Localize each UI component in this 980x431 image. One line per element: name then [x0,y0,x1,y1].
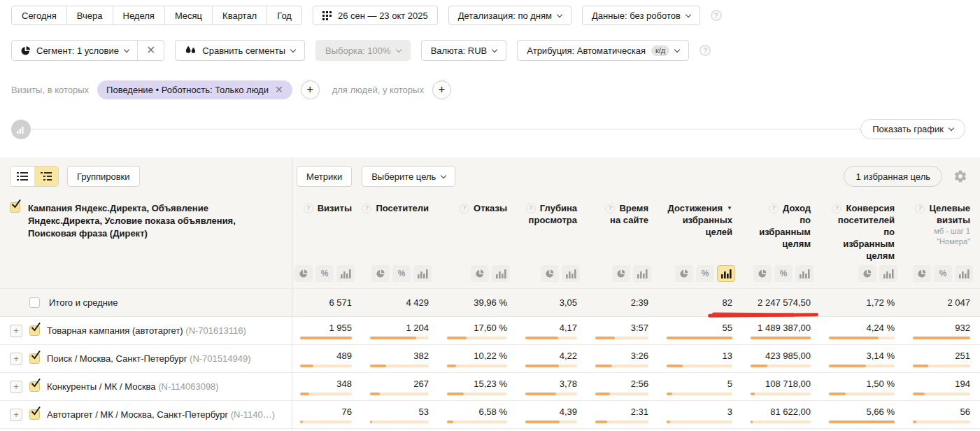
column-header[interactable]: ?Посетители [362,197,439,265]
pie-chart-toggle[interactable] [371,265,390,282]
metric-cell: 489 [292,345,362,372]
pie-chart-toggle[interactable] [675,265,693,282]
pie-chart-toggle[interactable] [753,265,772,282]
expand-row-button[interactable]: + [10,353,22,365]
help-icon[interactable]: ? [915,204,925,213]
column-header[interactable]: ?Целевыевизитымб - шаг 1"Номера" [904,197,980,265]
compare-segments-dropdown[interactable]: Сравнить сегменты [175,40,305,61]
metric-cell: 2:56 [587,373,658,400]
percent-toggle[interactable]: % [934,265,952,282]
metrics-button[interactable]: Метрики [297,166,352,187]
pie-chart-toggle[interactable] [471,265,489,282]
percent-toggle[interactable]: % [774,265,793,282]
expand-row-button[interactable]: + [10,325,22,337]
bar-chart-toggle[interactable] [562,265,580,282]
column-title-text: избранных [683,214,732,226]
detail-dropdown[interactable]: Детализация: по дням [448,6,571,25]
metric-value: 76 [342,407,352,417]
bar-chart-toggle[interactable] [336,265,355,282]
currency-dropdown[interactable]: Валюта: RUB [421,40,507,61]
pie-chart-toggle[interactable] [858,265,876,282]
percent-toggle[interactable]: % [392,265,411,282]
row-checkbox[interactable] [29,325,40,336]
row-checkbox[interactable] [29,353,40,364]
tree-view-button[interactable] [34,167,58,186]
help-icon[interactable]: ? [832,204,841,213]
gear-icon[interactable] [952,168,969,187]
row-name[interactable]: Товарная кампания (автотаргет) (N-701613… [47,325,246,336]
row-checkbox[interactable] [29,409,40,420]
help-icon[interactable]: ? [700,45,711,56]
attribution-dropdown[interactable]: Атрибуция: Автоматическая к/д [517,40,689,61]
period-button[interactable]: Квартал [212,6,267,24]
segment-clear-button[interactable]: ✕ [137,41,164,60]
row-name[interactable]: Поиск / Москва, Санкт-Петербург (N-70151… [47,353,251,364]
column-title-text: по [883,226,895,238]
chevron-down-icon [557,11,562,17]
row-name[interactable]: Автотаргет / МК / Москва, Санкт-Петербур… [47,409,275,420]
segment-dropdown[interactable]: Сегмент: 1 условие [12,41,137,60]
select-all-checkbox[interactable] [10,202,20,213]
data-mode-dropdown[interactable]: Данные: без роботов [582,6,700,25]
expand-row-button[interactable]: + [10,409,22,421]
bar-chart-toggle[interactable] [717,265,735,282]
percent-toggle[interactable]: % [315,265,334,282]
chevron-down-icon [290,46,296,52]
period-button[interactable]: Вчера [66,6,113,24]
chevron-down-icon [686,11,691,17]
percent-toggle[interactable]: % [696,265,714,282]
bar-chart-toggle[interactable] [795,265,814,282]
column-header[interactable]: ?Доходпоизбраннымцелям [742,197,821,265]
period-button[interactable]: Неделя [113,6,164,24]
metric-cell: 15,23 % [439,373,517,400]
bar-chart-toggle[interactable] [413,265,432,282]
column-toggle-cell [821,265,904,288]
bar-chart-toggle[interactable] [955,265,973,282]
add-people-condition-button[interactable]: + [432,80,451,99]
favorite-goal-button[interactable]: 1 избранная цель [844,166,942,187]
period-button[interactable]: Месяц [164,6,212,24]
row-values: 1 9551 20417,60 %4,173:57551 489 387,004… [292,317,980,344]
metric-value: 423 985,00 [765,351,811,361]
period-button[interactable]: Сегодня [12,6,66,24]
totals-checkbox[interactable] [29,297,40,308]
date-range-button[interactable]: 26 сен — 23 окт 2025 [313,6,438,25]
show-chart-button[interactable]: Показать график [860,119,965,139]
pie-chart-toggle[interactable] [913,265,931,282]
column-header[interactable]: ?Конверсияпосетителейпоизбраннымцелям [821,197,904,265]
metric-bar [667,421,732,423]
bar-chart-toggle[interactable] [633,265,651,282]
choose-goal-dropdown[interactable]: Выберите цель [362,166,455,187]
help-icon[interactable]: ? [304,204,313,213]
help-icon[interactable]: ? [526,204,536,213]
list-view-button[interactable] [10,167,34,186]
help-icon[interactable]: ? [711,10,722,21]
row-checkbox[interactable] [29,381,40,392]
metric-bar [525,337,577,339]
chevron-down-icon [395,46,401,52]
remove-condition-icon[interactable]: ✕ [275,85,283,94]
calendar-grid-icon [322,11,332,20]
column-header[interactable]: Достижения▼избранныхцелей [658,197,742,265]
help-icon[interactable]: ? [605,204,615,213]
totals-value: 82 [658,297,742,308]
pie-chart-toggle[interactable] [541,265,559,282]
segment-condition-pill[interactable]: Поведение • Роботность: Только люди ✕ [97,80,292,99]
bar-chart-toggle[interactable] [879,265,897,282]
add-visit-condition-button[interactable]: + [301,80,320,99]
help-icon[interactable]: ? [460,204,469,213]
groupings-button[interactable]: Группировки [67,166,140,187]
pie-chart-toggle[interactable] [612,265,630,282]
chevron-down-icon [492,46,497,52]
pie-chart-toggle[interactable] [294,265,313,282]
help-icon[interactable]: ? [362,204,371,213]
help-icon[interactable]: ? [769,204,779,213]
column-header[interactable]: ?Отказы [439,197,517,265]
column-header[interactable]: ?Визиты [292,197,362,265]
column-header[interactable]: ?Времяна сайте [587,197,658,265]
period-button[interactable]: Год [267,6,301,24]
bar-chart-toggle[interactable] [492,265,510,282]
expand-row-button[interactable]: + [10,381,22,393]
row-name[interactable]: Конкуренты / МК / Москва (N-114063098) [47,381,219,392]
column-header[interactable]: ?Глубинапросмотра [517,197,587,265]
